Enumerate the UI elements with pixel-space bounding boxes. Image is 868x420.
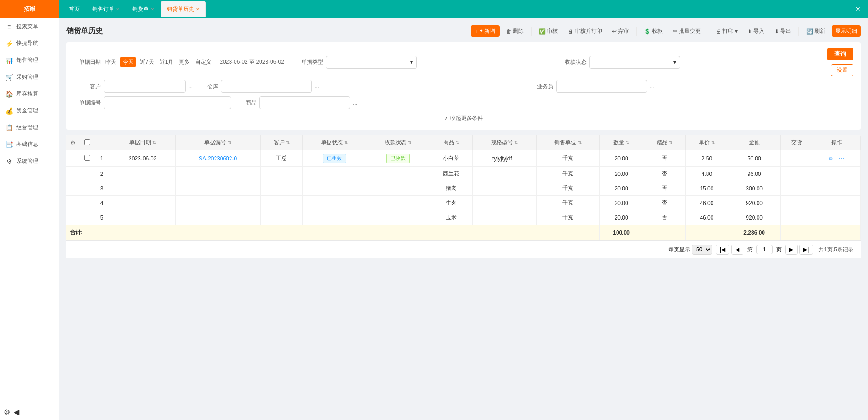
page-number-input[interactable] [756, 245, 773, 254]
shortcut-7days[interactable]: 近7天 [138, 57, 156, 67]
show-details-button[interactable]: 显示明细 [832, 25, 861, 37]
tab-home[interactable]: 首页 [63, 1, 85, 17]
query-button[interactable]: 查询 [827, 48, 853, 60]
col-settings[interactable]: ⚙ [66, 135, 80, 150]
tab-sales-order[interactable]: 销售订单 ✕ [86, 1, 125, 17]
row1-customer: 王总 [261, 150, 303, 167]
col-price[interactable]: 单价 ⇅ [686, 135, 728, 150]
warehouse-dots[interactable]: ... [315, 83, 319, 90]
tab-sales-goods[interactable]: 销货单 ✕ [126, 1, 160, 17]
new-button[interactable]: + + 新增 [471, 25, 500, 37]
export-button[interactable]: ⬇ 导出 [771, 25, 795, 37]
finance-icon: 💰 [5, 107, 13, 115]
goods-input[interactable] [259, 96, 350, 109]
row5-goods: 玉米 [430, 210, 473, 225]
sidebar-item-finance[interactable]: 💰 资金管理 [0, 102, 59, 119]
sidebar-item-inventory[interactable]: 🏠 库存核算 [0, 85, 59, 102]
shortcut-more[interactable]: 更多 [177, 57, 191, 67]
sidebar-item-operations[interactable]: 📋 经营管理 [0, 119, 59, 136]
delete-button[interactable]: 🗑 删除 [502, 25, 527, 37]
sort-spec-icon: ⇅ [514, 140, 518, 145]
tab-sales-order-close[interactable]: ✕ [116, 7, 120, 12]
collapse-button[interactable]: ∧ 收起更多条件 [442, 113, 485, 124]
sidebar-item-search-menu[interactable]: ≡ 搜索菜单 [0, 18, 59, 35]
col-actions: 操作 [813, 135, 861, 150]
shortcut-today[interactable]: 今天 [120, 57, 136, 67]
filter-settings-button[interactable]: 设置 [831, 64, 853, 76]
shortcut-custom[interactable]: 自定义 [193, 57, 213, 67]
filter-section: 单据日期 昨天 今天 近7天 近1月 更多 自定义 2023-06-02 至 2… [66, 42, 861, 130]
window-close-button[interactable]: ✕ [852, 4, 864, 15]
sidebar-item-quick-nav[interactable]: ⚡ 快捷导航 [0, 35, 59, 52]
tab-sales-history-close[interactable]: ✕ [196, 7, 200, 12]
staff-dots[interactable]: ... [650, 83, 654, 90]
customer-dots[interactable]: ... [188, 83, 193, 90]
row1-doc-no[interactable]: SA-20230602-0 [175, 150, 260, 167]
shortcut-1month[interactable]: 近1月 [158, 57, 176, 67]
refresh-button[interactable]: 🔄 刷新 [803, 25, 829, 37]
new-label: + 新增 [480, 27, 495, 35]
row1-goods: 小白菜 [430, 150, 473, 167]
col-qty[interactable]: 数量 ⇅ [600, 135, 643, 150]
row2-unit: 千克 [536, 167, 600, 181]
row1-edit-btn[interactable]: ✏ [827, 155, 835, 162]
sidebar-item-base-info[interactable]: 📑 基础信息 [0, 136, 59, 153]
table-row: 5 玉米 千克 20.00 否 46.00 920.00 [66, 210, 861, 225]
prev-page-button[interactable]: ◀ [731, 245, 743, 255]
goods-dots[interactable]: ... [353, 100, 357, 106]
warehouse-input[interactable] [221, 80, 312, 93]
pagination-bar: 每页显示 50 |◀ ◀ 第 页 ▶ ▶| 共1页,5条记录 [66, 240, 861, 258]
sidebar-bottom: ⚙ ◀ [0, 404, 59, 420]
import-button[interactable]: ⬆ 导入 [744, 25, 768, 37]
separator2 [636, 27, 637, 36]
audit-button[interactable]: ✅ 审核 [535, 25, 562, 37]
col-customer[interactable]: 客户 ⇅ [261, 135, 303, 150]
select-all-checkbox[interactable] [84, 139, 90, 145]
tab-sales-goods-close[interactable]: ✕ [151, 7, 154, 12]
sidebar-item-sales-mgmt[interactable]: 📊 销售管理 [0, 52, 59, 69]
doc-no-input[interactable] [104, 96, 231, 109]
customer-input[interactable] [104, 80, 186, 93]
col-doc-date[interactable]: 单据日期 ⇅ [110, 135, 175, 150]
collect-button[interactable]: 💲 收款 [640, 25, 667, 37]
col-doc-status[interactable]: 单据状态 ⇅ [303, 135, 366, 150]
sidebar-item-purchase-mgmt[interactable]: 🛒 采购管理 [0, 69, 59, 85]
row1-checkbox[interactable] [80, 150, 94, 167]
collect-status-dropdown-icon: ▾ [673, 59, 676, 65]
abandon-label: 弃审 [618, 27, 629, 35]
last-page-button[interactable]: ▶| [799, 245, 813, 255]
doc-type-select[interactable]: ▾ [326, 56, 417, 69]
next-page-button[interactable]: ▶ [785, 245, 798, 255]
collect-status-select[interactable]: ▾ [589, 56, 680, 69]
row1-check[interactable] [84, 155, 90, 161]
audit-print-button[interactable]: 🖨 审核并打印 [564, 25, 606, 37]
row1-gift: 否 [643, 150, 686, 167]
col-unit[interactable]: 销售单位 ⇅ [536, 135, 600, 150]
staff-input[interactable] [556, 80, 647, 93]
toolbar: + + 新增 🗑 删除 ✅ 审核 🖨 审核并打印 ↩ [471, 25, 861, 37]
base-info-icon: 📑 [5, 141, 13, 148]
batch-change-label: 批量变更 [679, 27, 701, 35]
sidebar-item-label: 资金管理 [16, 107, 38, 115]
col-collect-status[interactable]: 收款状态 ⇅ [366, 135, 430, 150]
row5-amount: 920.00 [728, 210, 780, 225]
first-page-button[interactable]: |◀ [716, 245, 729, 255]
sidebar-collapse-icon[interactable]: ◀ [14, 408, 19, 416]
row1-more-btn[interactable]: ⋯ [837, 155, 846, 162]
tab-sales-history[interactable]: 销货单历史 ✕ [161, 1, 206, 17]
shortcut-yesterday[interactable]: 昨天 [104, 57, 118, 67]
sidebar-item-sys-mgmt[interactable]: ⚙ 系统管理 [0, 153, 59, 170]
row1-doc-no-link[interactable]: SA-20230602-0 [199, 155, 237, 162]
col-doc-no[interactable]: 单据编号 ⇅ [175, 135, 260, 150]
col-gift[interactable]: 赠品 ⇅ [643, 135, 686, 150]
col-spec[interactable]: 规格型号 ⇅ [473, 135, 537, 150]
col-goods[interactable]: 商品 ⇅ [430, 135, 473, 150]
batch-change-button[interactable]: ✏ 批量变更 [669, 25, 704, 37]
print-button[interactable]: 🖨 打印 ▾ [712, 25, 741, 37]
row3-amount: 300.00 [728, 181, 780, 196]
abandon-button[interactable]: ↩ 弃审 [608, 25, 632, 37]
per-page-dropdown[interactable]: 50 [692, 245, 712, 255]
audit-label: 审核 [547, 27, 558, 35]
print-icon: 🖨 [716, 28, 721, 35]
sidebar-settings-icon[interactable]: ⚙ [4, 408, 10, 416]
